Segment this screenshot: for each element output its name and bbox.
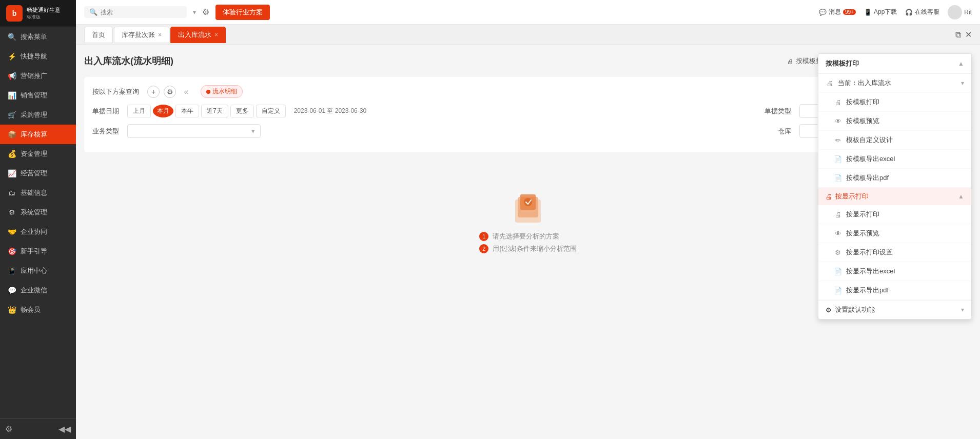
guide-icon: 🎯 <box>7 247 16 256</box>
display-section-label: 按显示打印 <box>835 192 869 201</box>
display-print-icon: 🖨 <box>834 210 842 218</box>
topbar-settings-icon[interactable]: ⚙ <box>202 7 209 17</box>
business-type-label: 业务类型 <box>92 127 119 136</box>
sidebar-nav: 🔍 搜索菜单 ⚡ 快捷导航 📢 营销推广 📊 销售管理 🛒 采购管理 📦 库存核… <box>0 27 76 418</box>
sidebar-item-label: 资金管理 <box>21 149 47 158</box>
search-input[interactable] <box>101 9 172 16</box>
sidebar-item-search[interactable]: 🔍 搜索菜单 <box>0 27 76 47</box>
user-group[interactable]: Rit <box>948 5 972 19</box>
sidebar-item-quicknav[interactable]: ⚡ 快捷导航 <box>0 47 76 66</box>
sidebar-item-label: 企业微信 <box>21 286 47 295</box>
filter-add-buttons: + ⚙ « <box>147 86 192 98</box>
sidebar-settings-button[interactable]: ⚙ <box>5 424 12 434</box>
page-title-text: 出入库流水(流水明细) <box>84 55 173 67</box>
message-icon: 💬 <box>819 9 827 16</box>
business-type-select[interactable]: ▾ <box>127 124 261 138</box>
headset-icon: 🎧 <box>905 9 913 16</box>
date-tab-lastmonth[interactable]: 上月 <box>127 105 151 117</box>
app-download-group[interactable]: 📱 App下载 <box>864 8 897 16</box>
date-tab-7days[interactable]: 近7天 <box>201 105 228 117</box>
tab-home[interactable]: 首页 <box>84 27 113 43</box>
printer-icon: 🖨 <box>787 57 794 65</box>
dropdown-display-section[interactable]: 🖨 按显示打印 ▲ <box>818 188 971 205</box>
dropdown-template-print[interactable]: 🖨 按模板打印 <box>818 93 971 112</box>
tab-inventory-batch[interactable]: 库存批次账 × <box>114 27 169 43</box>
tab-stock-flow[interactable]: 出入库流水 × <box>170 27 226 43</box>
sidebar-item-label: 经营管理 <box>21 169 47 178</box>
empty-step-1: 1 请先选择要分析的方案 <box>479 232 576 241</box>
current-chevron-icon: ▾ <box>961 79 964 87</box>
sidebar-item-label: 库存核算 <box>21 130 47 139</box>
sidebar-item-system[interactable]: ⚙ 系统管理 <box>0 203 76 222</box>
dropdown-template-pdf[interactable]: 📄 按模板导出pdf <box>818 169 971 188</box>
dropdown-template-design[interactable]: ✏ 模板自定义设计 <box>818 131 971 150</box>
sidebar-item-cooperation[interactable]: 🤝 企业协同 <box>0 222 76 242</box>
template-pdf-icon: 📄 <box>834 174 842 182</box>
sidebar-item-marketing[interactable]: 📢 营销推广 <box>0 66 76 86</box>
window-close-button[interactable]: ✕ <box>965 30 972 39</box>
trial-button[interactable]: 体验行业方案 <box>215 5 270 20</box>
sidebar-item-inventory[interactable]: 📦 库存核算 <box>0 125 76 144</box>
dropdown-template-preview[interactable]: 👁 按模板预览 <box>818 112 971 131</box>
phone-icon: 📱 <box>864 9 872 16</box>
dropdown-display-settings[interactable]: ⚙ 按显示打印设置 <box>818 243 971 262</box>
sidebar-item-appcenter[interactable]: 📱 应用中心 <box>0 261 76 281</box>
sidebar-item-member[interactable]: 👑 畅会员 <box>0 300 76 320</box>
footer-chevron-icon: ▾ <box>961 306 964 313</box>
filter-tag-label: 流水明细 <box>212 87 237 96</box>
sidebar-item-purchase[interactable]: 🛒 采购管理 <box>0 105 76 125</box>
sidebar-item-basicinfo[interactable]: 🗂 基础信息 <box>0 183 76 203</box>
appcenter-icon: 📱 <box>7 266 16 275</box>
dropdown-title: 按模板打印 <box>826 59 859 68</box>
sidebar-item-label: 应用中心 <box>21 266 47 275</box>
display-pdf-label: 按显示导出pdf <box>846 286 889 295</box>
window-restore-button[interactable]: ⧉ <box>955 30 961 39</box>
date-tab-thismonth[interactable]: 本月 <box>153 105 173 117</box>
dropdown-current-item[interactable]: 🖨 当前：出入库流水 ▾ <box>818 74 971 93</box>
dropdown-chevron-up-icon[interactable]: ▲ <box>958 60 964 67</box>
sidebar-bottom: ⚙ ◀◀ <box>0 418 76 439</box>
user-name: Rit <box>964 9 972 16</box>
template-print-icon: 🖨 <box>834 98 842 106</box>
dropdown-footer[interactable]: ⚙ 设置默认功能 ▾ <box>818 300 971 319</box>
filter-collapse-icon[interactable]: « <box>180 86 192 98</box>
online-service-group[interactable]: 🎧 在线客服 <box>905 8 939 16</box>
date-tab-thisyear[interactable]: 本年 <box>175 105 199 117</box>
topbar-search-box[interactable]: 🔍 <box>84 6 187 18</box>
active-filter-tag[interactable]: 流水明细 <box>201 85 243 98</box>
template-excel-icon: 📄 <box>834 155 842 163</box>
message-label: 消息 <box>829 8 841 16</box>
dropdown-display-print[interactable]: 🖨 按显示打印 <box>818 205 971 224</box>
tab-close-icon[interactable]: × <box>158 31 162 38</box>
search-dropdown-icon[interactable]: ▾ <box>193 9 196 16</box>
sidebar-item-finance[interactable]: 💰 资金管理 <box>0 144 76 164</box>
date-tabs: 上月 本月 本年 近7天 更多 自定义 <box>127 105 286 117</box>
dropdown-template-excel[interactable]: 📄 按模板导出excel <box>818 150 971 169</box>
template-excel-label: 按模板导出excel <box>846 154 895 164</box>
sidebar-item-label: 营销推广 <box>21 71 47 81</box>
sidebar-item-label: 销售管理 <box>21 91 47 100</box>
display-section-icon: 🖨 <box>826 193 832 201</box>
cooperation-icon: 🤝 <box>7 227 16 236</box>
filter-add-button[interactable]: + <box>147 86 160 98</box>
dropdown-display-preview[interactable]: 👁 按显示预览 <box>818 224 971 243</box>
search-icon: 🔍 <box>7 32 16 42</box>
app-name: 畅捷通好生意 <box>27 6 61 13</box>
date-tab-more[interactable]: 更多 <box>230 105 254 117</box>
dropdown-display-pdf[interactable]: 📄 按显示导出pdf <box>818 281 971 300</box>
template-print-label: 按模板打印 <box>846 97 879 107</box>
sidebar-item-label: 畅会员 <box>21 305 41 314</box>
display-section-chevron-icon: ▲ <box>958 193 964 200</box>
filter-settings-button[interactable]: ⚙ <box>164 86 176 98</box>
message-group[interactable]: 💬 消息 99+ <box>819 8 856 16</box>
print-dropdown-panel: 按模板打印 ▲ 🖨 当前：出入库流水 ▾ 🖨 按模板打印 👁 按模板预览 <box>818 53 972 320</box>
tab-close-active-icon[interactable]: × <box>214 31 218 38</box>
date-tab-custom[interactable]: 自定义 <box>256 105 286 117</box>
sidebar-item-label: 系统管理 <box>21 208 47 217</box>
dropdown-display-excel[interactable]: 📄 按显示导出excel <box>818 262 971 281</box>
sidebar-item-operations[interactable]: 📈 经营管理 <box>0 164 76 183</box>
sidebar-item-wecom[interactable]: 💬 企业微信 <box>0 281 76 300</box>
sidebar-item-newguide[interactable]: 🎯 新手引导 <box>0 242 76 261</box>
sidebar-item-sales[interactable]: 📊 销售管理 <box>0 86 76 105</box>
sidebar-collapse-button[interactable]: ◀◀ <box>58 424 71 434</box>
